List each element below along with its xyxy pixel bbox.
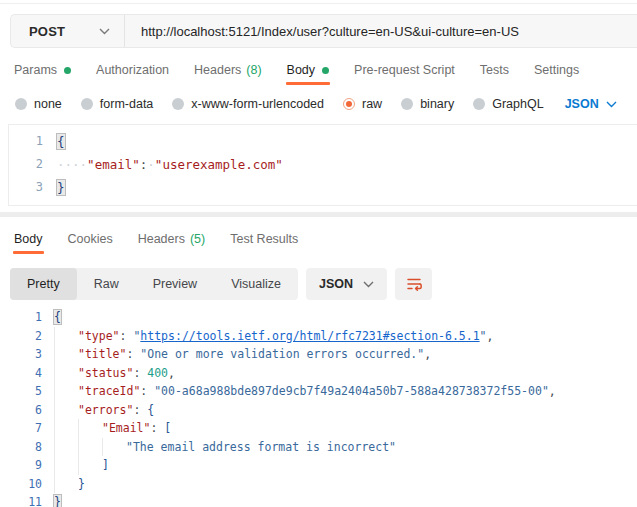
code-line: 10}	[0, 475, 637, 494]
code-token: "title"	[78, 347, 126, 361]
response-tab-cookies[interactable]: Cookies	[68, 232, 113, 254]
green-dot-icon	[322, 67, 329, 74]
mode-raw[interactable]: raw	[343, 97, 382, 111]
request-url-bar: POST http://localhost:5121/Index/user?cu…	[10, 14, 637, 48]
code-content: "type": "https://tools.ietf.org/html/rfc…	[54, 327, 493, 346]
code-content: }	[54, 475, 85, 494]
code-token: {	[57, 134, 65, 149]
code-token: :	[133, 366, 147, 380]
method-dropdown[interactable]: POST	[11, 15, 124, 47]
code-token: :	[126, 347, 140, 361]
code-token: ,	[549, 384, 556, 398]
tab-params[interactable]: Params	[14, 63, 71, 85]
response-language-label: JSON	[319, 277, 353, 291]
code-token: {	[54, 310, 61, 324]
request-body-editor[interactable]: 1{2····"email":·"userexample.com"3}	[8, 124, 637, 206]
code-content: {	[57, 130, 65, 153]
code-token: }	[78, 477, 85, 491]
view-visualize[interactable]: Visualize	[214, 268, 298, 300]
tab-label: Tests	[480, 63, 509, 77]
green-dot-icon	[64, 67, 71, 74]
radio-icon	[81, 98, 93, 110]
code-token: "errors"	[78, 403, 133, 417]
mode-x-www-form-urlencoded[interactable]: x-www-form-urlencoded	[172, 97, 324, 111]
radio-icon	[473, 98, 485, 110]
line-number: 1	[0, 308, 42, 327]
response-body-viewer: 1{2"type": "https://tools.ietf.org/html/…	[0, 308, 637, 507]
code-token: ,	[168, 366, 175, 380]
mode-form-data[interactable]: form-data	[81, 97, 154, 111]
indent-guide	[54, 475, 78, 494]
mode-graphql[interactable]: GraphQL	[473, 97, 543, 111]
code-token: ·	[147, 157, 155, 172]
tab-tests[interactable]: Tests	[480, 63, 509, 85]
code-content: "The email address format is incorrect"	[54, 438, 396, 457]
code-token: }	[57, 180, 65, 195]
line-number: 6	[0, 401, 42, 420]
code-token: :	[120, 329, 134, 343]
line-number: 4	[0, 364, 42, 383]
code-token: "type"	[78, 329, 120, 343]
tab-count: (8)	[246, 63, 261, 77]
radio-icon	[172, 98, 184, 110]
raw-language-dropdown[interactable]: JSON	[565, 97, 617, 111]
indent-guide	[54, 419, 78, 438]
code-token: [	[164, 421, 171, 435]
url-input[interactable]: http://localhost:5121/Index/user?culture…	[125, 15, 637, 47]
wrap-lines-button[interactable]	[395, 268, 432, 300]
code-token: ,	[487, 329, 494, 343]
tab-headers[interactable]: Headers(8)	[194, 63, 262, 85]
code-token: "userexample.com"	[155, 157, 283, 172]
code-token: :	[133, 403, 147, 417]
line-number: 8	[0, 438, 42, 457]
line-number: 1	[9, 130, 43, 153]
code-content: "status": 400,	[54, 364, 175, 383]
mode-label: none	[34, 97, 62, 111]
code-content: ····"email":·"userexample.com"	[57, 153, 283, 176]
mode-binary[interactable]: binary	[401, 97, 454, 111]
response-tabs: BodyCookiesHeaders(5)Test Results	[14, 232, 637, 254]
code-content: {	[54, 308, 61, 327]
response-toolbar: PrettyRawPreviewVisualize JSON	[10, 268, 637, 300]
indent-guide	[78, 438, 102, 457]
response-language-dropdown[interactable]: JSON	[306, 268, 387, 300]
code-token: :	[140, 384, 154, 398]
tab-label: Body	[287, 63, 316, 77]
mode-label: x-www-form-urlencoded	[191, 97, 324, 111]
tab-authorization[interactable]: Authorization	[96, 63, 169, 85]
line-number: 9	[0, 456, 42, 475]
code-token: "00-a68a988bde897de9cb7f49a2404a50b7-588…	[154, 384, 549, 398]
view-preview[interactable]: Preview	[136, 268, 214, 300]
response-tab-headers[interactable]: Headers(5)	[138, 232, 206, 254]
view-pretty[interactable]: Pretty	[10, 268, 77, 300]
code-token: ····	[57, 157, 87, 172]
indent-guide	[54, 438, 78, 457]
response-link[interactable]: https://tools.ietf.org/html/rfc7231#sect…	[140, 329, 479, 343]
view-raw[interactable]: Raw	[77, 268, 136, 300]
wrap-lines-icon	[405, 275, 423, 293]
tab-settings[interactable]: Settings	[534, 63, 579, 85]
tab-pre-request-script[interactable]: Pre-request Script	[354, 63, 455, 85]
radio-icon	[15, 98, 27, 110]
response-tab-body[interactable]: Body	[14, 232, 43, 254]
tab-body[interactable]: Body	[287, 63, 330, 85]
code-token: 400	[147, 366, 168, 380]
response-tab-test-results[interactable]: Test Results	[230, 232, 298, 254]
postman-window: POST http://localhost:5121/Index/user?cu…	[0, 0, 637, 507]
method-label: POST	[29, 24, 65, 39]
code-line: 4"status": 400,	[0, 364, 637, 383]
code-line: 1{	[0, 308, 637, 327]
code-content: "Email": [	[54, 419, 171, 438]
line-number: 7	[0, 419, 42, 438]
code-token: "email"	[87, 157, 140, 172]
indent-guide	[54, 364, 78, 383]
indent-guide	[102, 438, 126, 457]
body-mode-row: noneform-datax-www-form-urlencodedrawbin…	[15, 97, 637, 111]
line-number: 3	[9, 176, 43, 199]
code-line: 11}	[0, 493, 637, 507]
code-token: "The email address format is incorrect"	[126, 440, 396, 454]
mode-none[interactable]: none	[15, 97, 62, 111]
code-line: 8"The email address format is incorrect"	[0, 438, 637, 457]
code-token: ,	[424, 347, 431, 361]
code-token: :	[150, 421, 164, 435]
